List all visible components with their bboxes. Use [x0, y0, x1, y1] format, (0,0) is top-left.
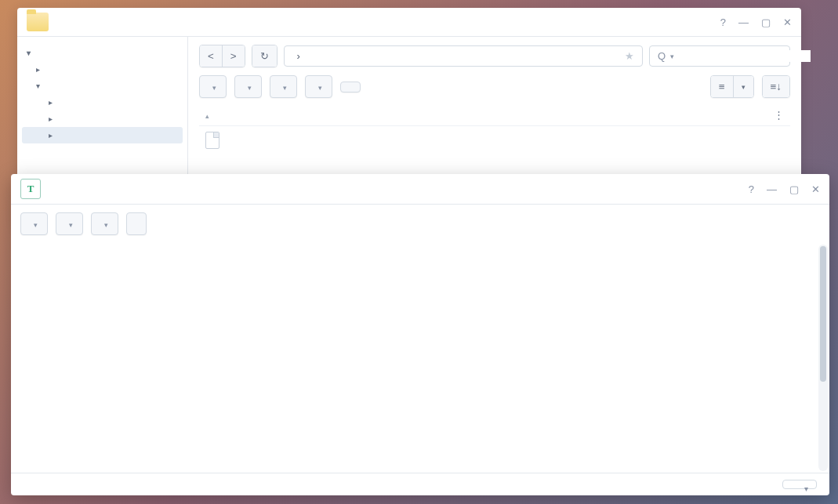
line-gutter: [11, 243, 52, 473]
upload-button[interactable]: ▾: [234, 75, 262, 98]
help-icon[interactable]: ?: [749, 183, 754, 195]
file-station-titlebar: ? — ▢ ✕: [17, 8, 801, 37]
tree-item-pxeboot[interactable]: ▾: [22, 78, 183, 94]
edit-menu[interactable]: ▾: [56, 212, 83, 235]
folder-icon: [27, 13, 49, 31]
minimize-icon[interactable]: —: [738, 16, 749, 28]
editor-area[interactable]: [11, 243, 829, 473]
table-header: ▴ ⋮: [199, 104, 790, 126]
create-button[interactable]: ▾: [199, 75, 227, 98]
star-icon[interactable]: ★: [625, 50, 634, 62]
more-icon[interactable]: ⋮: [768, 109, 784, 121]
forward-button[interactable]: >: [222, 45, 245, 67]
file-icon: [205, 132, 219, 149]
preferences-menu[interactable]: [126, 212, 147, 235]
tree-item-recycle[interactable]: ▸: [22, 94, 183, 111]
tree-item-pxelinuxcfg[interactable]: ▸: [22, 127, 183, 143]
table-row[interactable]: [199, 126, 790, 154]
status-bar: [11, 473, 829, 495]
action-button[interactable]: ▾: [270, 75, 297, 98]
maximize-icon[interactable]: ▢: [761, 16, 771, 28]
search-menu[interactable]: ▾: [91, 212, 118, 235]
refresh-button[interactable]: ↻: [252, 45, 277, 67]
sort-button[interactable]: ≡↓: [763, 76, 789, 97]
close-icon[interactable]: ✕: [783, 16, 792, 28]
search-input[interactable]: [679, 50, 811, 62]
text-editor-window: T ? — ▢ ✕ ▾ ▾ ▾: [11, 174, 829, 495]
chevron-down-icon[interactable]: ▾: [670, 53, 674, 60]
search-box[interactable]: Q▾: [649, 45, 790, 67]
maximize-icon[interactable]: ▢: [789, 183, 799, 195]
nav-buttons: < >: [199, 45, 245, 67]
chevron-right-icon: ›: [297, 50, 300, 62]
view-list-button[interactable]: ≡: [711, 76, 733, 97]
back-button[interactable]: <: [200, 45, 222, 67]
text-editor-icon: T: [20, 179, 41, 199]
file-menu[interactable]: ▾: [20, 212, 48, 235]
code-content[interactable]: [52, 243, 829, 473]
help-icon[interactable]: ?: [720, 16, 726, 28]
language-select[interactable]: [782, 480, 817, 489]
breadcrumb[interactable]: › ★: [284, 45, 643, 67]
search-icon: Q: [658, 50, 666, 62]
tree-root[interactable]: ▾: [22, 45, 183, 61]
view-dropdown-button[interactable]: ▾: [733, 76, 753, 97]
settings-button[interactable]: [340, 82, 361, 92]
scrollbar-vertical[interactable]: [818, 245, 828, 471]
tree-item-fedora[interactable]: ▸: [22, 111, 183, 127]
text-editor-titlebar: T ? — ▢ ✕: [11, 174, 829, 205]
tree-item-files[interactable]: ▸: [22, 61, 183, 78]
minimize-icon[interactable]: —: [767, 183, 777, 195]
close-icon[interactable]: ✕: [811, 183, 820, 195]
tools-button[interactable]: ▾: [305, 75, 332, 98]
editor-menu: ▾ ▾ ▾: [11, 205, 829, 243]
